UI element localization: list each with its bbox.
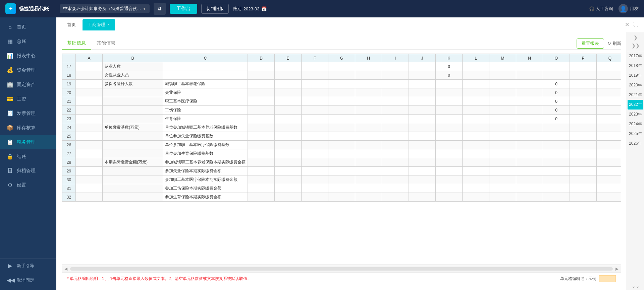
cell-o[interactable] [543,149,570,158]
year-item[interactable]: 2017年 [628,51,643,61]
cell-c[interactable]: 单位参加城镇职工基本养老保险缴费基数 [163,123,248,132]
table-row[interactable]: 21职工基本医疗保险0 [62,97,622,106]
sidebar-item-ledger[interactable]: ▦ 总账 [0,34,56,49]
spreadsheet-wrapper[interactable]: A B C D E F G H I J K L [62,54,621,265]
cell-m[interactable] [489,175,516,184]
sidebar-item-assets[interactable]: 🏢 固定资产 [0,77,56,92]
cell-j[interactable] [409,141,436,149]
cell-l[interactable] [463,97,489,106]
year-item[interactable]: 2024年 [628,119,643,129]
cell-a[interactable] [76,184,103,193]
cell-c[interactable]: 城镇职工基本养老保险 [163,80,248,88]
cell-o[interactable] [543,175,570,184]
cell-c[interactable] [163,71,248,80]
cell-k[interactable] [436,184,463,193]
cell-i[interactable] [382,132,409,141]
table-row[interactable]: 28本期实际缴费金额(万元)参加城镇职工基本养老保险本期实际缴费金额 [62,158,622,167]
cell-m[interactable] [489,71,516,80]
cell-p[interactable] [570,62,597,71]
sidebar-item-funds[interactable]: 💰 资金管理 [0,63,56,77]
cell-j[interactable] [409,123,436,132]
cell-j[interactable] [409,184,436,193]
cell-e[interactable] [275,184,302,193]
cell-j[interactable] [409,132,436,141]
cell-j[interactable] [409,158,436,167]
cell-q[interactable] [597,71,622,80]
cell-i[interactable] [382,80,409,88]
company-selector[interactable]: 中审众环会计师事务所（特殊普通合伙... ▼ [60,4,150,13]
cell-a[interactable] [76,167,103,175]
cell-h[interactable] [355,149,382,158]
year-item[interactable]: 2025年 [628,129,643,139]
cell-d[interactable] [248,158,275,167]
cell-g[interactable] [328,115,355,123]
sidebar-item-tax[interactable]: 📋 税务管理 [0,135,56,149]
cell-f[interactable] [302,167,328,175]
cell-o[interactable]: 0 [543,106,570,115]
cell-f[interactable] [302,106,328,115]
cell-e[interactable] [275,149,302,158]
cell-n[interactable] [516,158,543,167]
cell-k[interactable] [436,88,463,97]
sidebar-item-inventory[interactable]: 📦 库存核算 [0,121,56,135]
cell-a[interactable] [76,141,103,149]
table-row[interactable]: 17从业人数0 [62,62,622,71]
cell-d[interactable] [248,97,275,106]
cell-k[interactable] [436,97,463,106]
cell-g[interactable] [328,132,355,141]
cell-k[interactable] [436,123,463,132]
cell-k[interactable] [436,149,463,158]
cell-b[interactable] [103,149,163,158]
workbench-button[interactable]: 工作台 [170,4,197,14]
cell-c[interactable]: 参加生育保险本期实际缴费金额 [163,193,248,202]
year-item[interactable]: 2020年 [628,80,643,90]
cell-g[interactable] [328,123,355,132]
cell-d[interactable] [248,115,275,123]
cell-o[interactable] [543,193,570,202]
cell-a[interactable] [76,62,103,71]
cell-a[interactable] [76,115,103,123]
cell-f[interactable] [302,123,328,132]
cell-q[interactable] [597,123,622,132]
sidebar-item-guide[interactable]: ▶ 新手引导 [0,259,56,273]
cell-g[interactable] [328,175,355,184]
table-row[interactable]: 30参加职工基本医疗保险本期实际缴费金额 [62,175,622,184]
table-row[interactable]: 19参保各险种人数城镇职工基本养老保险0 [62,80,622,88]
cell-l[interactable] [463,167,489,175]
cell-h[interactable] [355,71,382,80]
cell-m[interactable] [489,132,516,141]
cell-c[interactable]: 工伤保险 [163,106,248,115]
cell-k[interactable]: 0 [436,62,463,71]
cell-q[interactable] [597,62,622,71]
cell-c[interactable]: 单位参加失业保险缴费基数 [163,132,248,141]
cell-a[interactable] [76,88,103,97]
cell-c[interactable]: 参加失业保险本期实际缴费金额 [163,167,248,175]
cell-q[interactable] [597,167,622,175]
cell-e[interactable] [275,167,302,175]
cell-d[interactable] [248,62,275,71]
cell-p[interactable] [570,141,597,149]
cell-c[interactable]: 生育保险 [163,115,248,123]
sidebar-item-close[interactable]: 🔒 结账 [0,149,56,164]
tab-business[interactable]: 工商管理 × [83,19,115,30]
cell-e[interactable] [275,62,302,71]
cell-e[interactable] [275,158,302,167]
cell-p[interactable] [570,80,597,88]
cell-k[interactable] [436,115,463,123]
cell-m[interactable] [489,158,516,167]
cell-g[interactable] [328,62,355,71]
year-item[interactable]: 2018年 [628,61,643,71]
cell-h[interactable] [355,158,382,167]
scroll-left-icon[interactable]: ◀ [63,267,69,271]
cell-o[interactable] [543,141,570,149]
cell-l[interactable] [463,88,489,97]
cell-g[interactable] [328,71,355,80]
cell-c[interactable] [163,62,248,71]
cell-d[interactable] [248,193,275,202]
cell-g[interactable] [328,149,355,158]
cell-o[interactable] [543,158,570,167]
tab-home[interactable]: 首页 [62,19,81,30]
cell-f[interactable] [302,97,328,106]
table-row[interactable]: 18女性从业人员0 [62,71,622,80]
cell-q[interactable] [597,158,622,167]
